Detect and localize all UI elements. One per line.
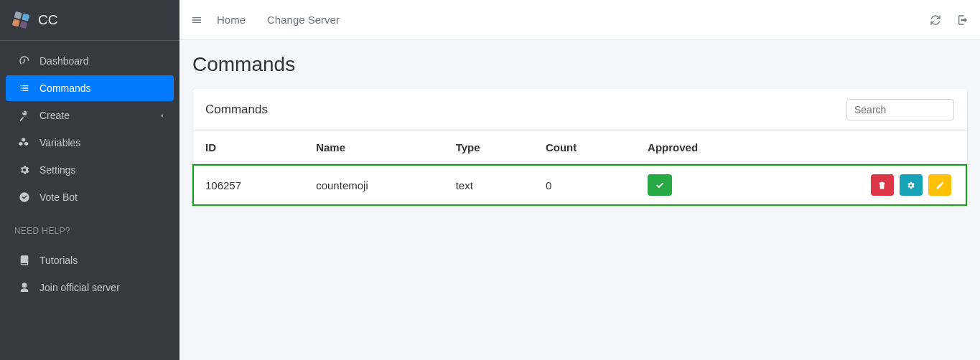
approved-badge	[648, 174, 672, 196]
sidebar: CC Dashboard Commands Create	[0, 0, 179, 360]
col-actions	[771, 131, 967, 164]
check-circle-icon	[17, 191, 32, 203]
page-title: Commands	[192, 53, 967, 76]
sidebar-item-label: Create	[39, 110, 70, 121]
commands-table: ID Name Type Count Approved 106257 count…	[192, 131, 967, 206]
sidebar-item-label: Vote Bot	[39, 191, 78, 203]
edit-button[interactable]	[928, 174, 951, 196]
hamburger-icon[interactable]	[191, 14, 202, 26]
sidebar-item-create[interactable]: Create	[6, 103, 174, 128]
sidebar-item-settings[interactable]: Settings	[6, 157, 174, 183]
col-name[interactable]: Name	[303, 131, 442, 164]
svg-rect-2	[12, 19, 20, 27]
col-id[interactable]: ID	[192, 131, 303, 164]
col-count[interactable]: Count	[533, 131, 635, 164]
gear-icon	[17, 164, 32, 176]
chevron-left-icon	[159, 113, 165, 119]
main-area: Home Change Server Commands Commands ID …	[179, 0, 980, 360]
commands-card: Commands ID Name Type Count Approved	[192, 89, 967, 206]
search-input[interactable]	[846, 99, 954, 120]
content: Commands Commands ID Name Type Count App…	[179, 40, 980, 360]
settings-button[interactable]	[900, 174, 923, 196]
app-logo-icon	[11, 10, 31, 30]
topbar-home[interactable]: Home	[217, 14, 246, 26]
sidebar-item-join-server[interactable]: Join official server	[6, 275, 174, 300]
svg-rect-3	[19, 21, 27, 29]
cubes-icon	[17, 137, 32, 148]
table-row[interactable]: 106257 countemoji text 0	[192, 164, 967, 207]
sidebar-item-tutorials[interactable]: Tutorials	[6, 247, 174, 273]
cell-approved	[635, 164, 771, 207]
main-nav: Dashboard Commands Create Variables	[0, 41, 179, 217]
card-header: Commands	[192, 89, 967, 131]
card-title: Commands	[205, 103, 268, 117]
cell-type: text	[443, 164, 533, 207]
sidebar-item-votebot[interactable]: Vote Bot	[6, 184, 174, 210]
logout-icon[interactable]	[957, 14, 969, 26]
sidebar-item-label: Tutorials	[39, 255, 78, 266]
cell-count: 0	[533, 164, 635, 207]
sidebar-item-label: Variables	[39, 137, 80, 148]
cell-id: 106257	[192, 164, 303, 207]
topbar: Home Change Server	[179, 0, 980, 40]
col-approved[interactable]: Approved	[635, 131, 771, 164]
book-icon	[17, 255, 32, 266]
sidebar-item-label: Settings	[39, 164, 76, 176]
sidebar-item-label: Dashboard	[39, 55, 89, 67]
help-header: NEED HELP?	[0, 217, 179, 240]
sidebar-item-variables[interactable]: Variables	[6, 130, 174, 156]
sidebar-item-commands[interactable]: Commands	[6, 75, 174, 101]
brand-link[interactable]: CC	[0, 0, 179, 41]
cell-name: countemoji	[303, 164, 442, 207]
svg-rect-1	[22, 14, 29, 22]
list-icon	[17, 82, 32, 94]
col-type[interactable]: Type	[443, 131, 533, 164]
delete-button[interactable]	[871, 174, 894, 196]
refresh-icon[interactable]	[930, 14, 941, 26]
sidebar-item-dashboard[interactable]: Dashboard	[6, 48, 174, 74]
svg-rect-0	[14, 11, 22, 19]
help-nav: Tutorials Join official server	[0, 240, 179, 308]
tools-icon	[17, 110, 32, 121]
topbar-change-server[interactable]: Change Server	[267, 14, 340, 26]
dashboard-icon	[17, 55, 32, 67]
cell-actions	[771, 164, 967, 207]
user-icon	[17, 282, 32, 293]
sidebar-item-label: Join official server	[39, 282, 120, 293]
sidebar-item-label: Commands	[39, 82, 91, 94]
brand-name: CC	[38, 12, 57, 28]
